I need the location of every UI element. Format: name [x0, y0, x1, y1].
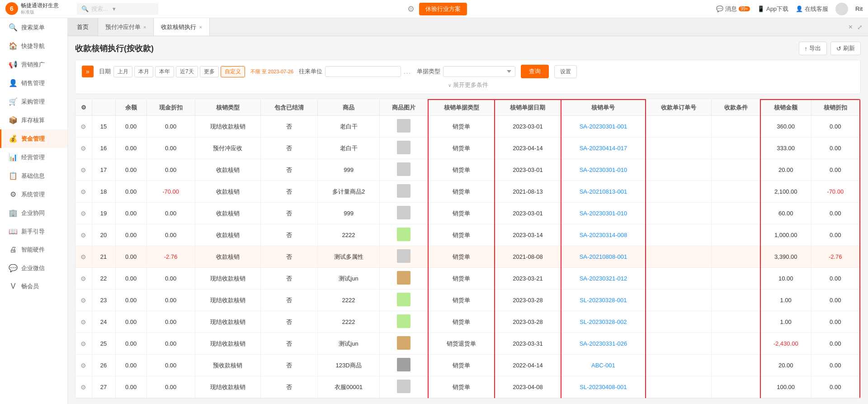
more-date-btn[interactable]: 更多 [200, 66, 219, 77]
cell-cancel-type: 收款核销 [195, 203, 260, 224]
th-include-settled: 包含已结清 [260, 100, 317, 116]
cell-goods: 老白干 [318, 116, 380, 138]
cell-cancel-discount: 0.00 [811, 203, 860, 224]
header-actions: ↑ 导出 ↺ 刷新 [799, 42, 861, 55]
sidebar-item-search[interactable]: 🔍搜索菜单 [0, 18, 67, 37]
cell-balance: 0.00 [115, 311, 146, 333]
sidebar-item-operations[interactable]: 📊经营管理 [0, 148, 67, 166]
sidebar-item-system[interactable]: ⚙系统管理 [0, 185, 67, 204]
message-btn[interactable]: 💬 消息 99+ [716, 5, 750, 13]
cell-goods: 测试jun [318, 333, 380, 355]
th-cancel-amount: 核销金额 [760, 100, 811, 116]
expand-more[interactable]: ∨ 展开更多条件 [82, 78, 854, 89]
cell-cancel-bill-date: 2023-03-21 [495, 268, 561, 290]
tab-cancel[interactable]: 收款核销执行 × [154, 18, 209, 36]
this-year-btn[interactable]: 本年 [155, 66, 174, 77]
data-table: ⚙ 余额 现金折扣 核销类型 包含已结清 商品 商品图片 核销单据类型 核销单据… [75, 99, 860, 399]
cell-settings[interactable]: ⚙ [75, 181, 92, 203]
top-search-area[interactable]: 🔍 搜索... ▾ [77, 3, 158, 15]
cell-settings[interactable]: ⚙ [75, 398, 92, 399]
cell-cancel-bill-no[interactable]: SA-20230414-017 [561, 138, 646, 159]
sidebar-item-wechat[interactable]: 💬企业微信 [0, 259, 67, 277]
sidebar-item-finance[interactable]: 💰资金管理 [0, 129, 67, 148]
refresh-btn[interactable]: ↺ 刷新 [830, 42, 861, 55]
cell-cancel-bill-no[interactable]: ABC-001 [561, 355, 646, 376]
sidebar-item-inventory[interactable]: 📦库存核算 [0, 111, 67, 129]
window-close-icon[interactable]: × [849, 23, 853, 31]
cell-settings[interactable]: ⚙ [75, 203, 92, 224]
sidebar-icon-finance: 💰 [9, 134, 18, 143]
cell-cancel-bill-no[interactable]: SA-20230321-012 [561, 268, 646, 290]
th-settings[interactable]: ⚙ [75, 100, 92, 116]
th-cancel-bill-date: 核销单据日期 [495, 100, 561, 116]
sidebar-item-quick-nav[interactable]: 🏠快捷导航 [0, 37, 67, 55]
sidebar-item-enterprise[interactable]: 🏢企业协同 [0, 204, 67, 222]
query-btn[interactable]: 查询 [521, 65, 549, 78]
tab2-close-icon[interactable]: × [199, 24, 202, 30]
sidebar-label-guide: 新手引导 [21, 228, 45, 236]
cell-cancel-bill-no[interactable]: SA-20230301-001 [561, 116, 646, 138]
sidebar-item-marketing[interactable]: 📢营销推广 [0, 55, 67, 74]
cell-goods-img [379, 398, 428, 399]
filter-row: » 日期 上月 本月 本年 近7天 更多 自定义 不限 至 202 [82, 65, 854, 78]
table-row: ⚙ 20 0.00 0.00 收款核销 否 2222 销货单 2023-03-1… [75, 224, 860, 246]
bill-type-select[interactable] [443, 66, 515, 77]
sidebar-item-member[interactable]: V畅会员 [0, 277, 67, 295]
cell-cancel-bill-no[interactable]: SA-20210813-001 [561, 181, 646, 203]
sidebar-item-purchase[interactable]: 🛒采购管理 [0, 92, 67, 111]
settings-btn[interactable]: 设置 [554, 65, 577, 78]
counterparty-input[interactable] [325, 66, 401, 77]
avatar[interactable] [835, 3, 848, 15]
filter-expand-btn[interactable]: » [82, 66, 94, 77]
cell-cancel-bill-no[interactable]: SL-20230418-001 [561, 398, 646, 399]
cell-settings[interactable]: ⚙ [75, 138, 92, 159]
cell-cancel-type: 收款核销 [195, 224, 260, 246]
cell-settings[interactable]: ⚙ [75, 159, 92, 181]
cell-settings[interactable]: ⚙ [75, 290, 92, 311]
cell-settings[interactable]: ⚙ [75, 333, 92, 355]
cell-cancel-bill-type: 销货单 [428, 203, 495, 224]
cell-cancel-bill-no[interactable]: SL-20230328-002 [561, 311, 646, 333]
last-month-btn[interactable]: 上月 [113, 66, 132, 77]
industry-btn[interactable]: 休验行业方案 [419, 3, 467, 15]
tab-prepay[interactable]: 预付冲应付单 × [98, 18, 154, 36]
sidebar-item-sales[interactable]: 👤销售管理 [0, 74, 67, 92]
cell-settings[interactable]: ⚙ [75, 246, 92, 268]
custom-date-btn[interactable]: 自定义 [221, 66, 245, 77]
tab1-close-icon[interactable]: × [143, 24, 146, 30]
cell-cancel-bill-no[interactable]: SA-20210808-001 [561, 246, 646, 268]
cell-settings[interactable]: ⚙ [75, 224, 92, 246]
gear-icon[interactable]: ⚙ [407, 4, 415, 14]
cell-cancel-bill-type: 销货单 [428, 159, 495, 181]
7days-btn[interactable]: 近7天 [176, 66, 198, 77]
cell-row-no: 21 [92, 246, 115, 268]
cell-cash-discount: 0.00 [146, 268, 195, 290]
cell-cancel-discount: 0.00 [811, 376, 860, 398]
this-month-btn[interactable]: 本月 [134, 66, 153, 77]
date-range-text: 不限 至 2023-07-26 [250, 68, 293, 75]
app-icon: 📱 [757, 5, 764, 12]
cell-receipt-condition [712, 290, 760, 311]
sidebar-item-hardware[interactable]: 🖨智能硬件 [0, 241, 67, 259]
cell-cancel-bill-no[interactable]: SL-20230408-001 [561, 376, 646, 398]
sidebar-item-basic-info[interactable]: 📋基础信息 [0, 166, 67, 185]
online-service-btn[interactable]: 👤 在线客服 [796, 5, 828, 13]
cell-settings[interactable]: ⚙ [75, 268, 92, 290]
cell-cancel-bill-no[interactable]: SA-20230301-010 [561, 203, 646, 224]
cell-settings[interactable]: ⚙ [75, 355, 92, 376]
sidebar-icon-purchase: 🛒 [9, 97, 18, 106]
sidebar-item-guide[interactable]: 📖新手引导 [0, 222, 67, 241]
cell-settings[interactable]: ⚙ [75, 376, 92, 398]
counterparty-filter: 往来单位 ... [299, 66, 411, 77]
cell-cancel-bill-no[interactable]: SA-20230314-008 [561, 224, 646, 246]
cell-settings[interactable]: ⚙ [75, 311, 92, 333]
app-download-btn[interactable]: 📱 App下载 [757, 5, 788, 13]
cell-cancel-bill-no[interactable]: SA-20230301-010 [561, 159, 646, 181]
window-expand-icon[interactable]: ⤢ [857, 24, 863, 31]
export-btn[interactable]: ↑ 导出 [799, 42, 827, 55]
cell-settings[interactable]: ⚙ [75, 116, 92, 138]
cell-cancel-bill-no[interactable]: SA-20230331-026 [561, 333, 646, 355]
tab-home[interactable]: 首页 [68, 18, 98, 36]
sidebar-label-finance: 资金管理 [21, 135, 45, 143]
cell-cancel-bill-no[interactable]: SL-20230328-001 [561, 290, 646, 311]
